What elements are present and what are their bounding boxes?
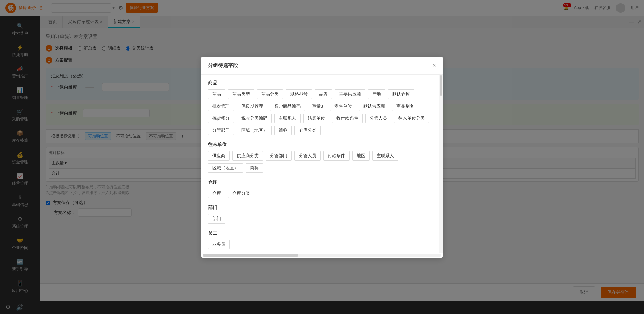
field-tag-简称[interactable]: 简称: [246, 163, 263, 173]
field-tag-仓库分类[interactable]: 仓库分类: [294, 126, 321, 135]
field-tag-仓库分类[interactable]: 仓库分类: [228, 189, 254, 198]
field-tag-税收分类编码[interactable]: 税收分类编码: [237, 114, 272, 123]
modal-scroll-content: 商品商品商品类型商品分类规格型号品牌主要供应商产地默认仓库批次管理保质期管理客户…: [201, 75, 439, 253]
field-tag-区域（地区）[interactable]: 区域（地区）: [237, 126, 272, 135]
field-tag-地区[interactable]: 地区: [352, 151, 370, 161]
field-tag-分管人员[interactable]: 分管人员: [294, 151, 321, 161]
field-tag-供应商[interactable]: 供应商: [208, 151, 230, 161]
field-tags: 供应商供应商分类分管部门分管人员付款条件地区主联系人区域（地区）简称: [208, 151, 432, 173]
modal-close-button[interactable]: ×: [432, 62, 436, 69]
field-tag-批次管理[interactable]: 批次管理: [208, 102, 234, 111]
field-group-title: 往来单位: [208, 142, 432, 148]
horizontal-scrollbar[interactable]: [203, 254, 441, 257]
field-tag-默认仓库[interactable]: 默认仓库: [388, 89, 414, 99]
modal-scrollbar[interactable]: [439, 75, 443, 253]
field-tag-往来单位分类[interactable]: 往来单位分类: [394, 114, 429, 123]
field-tag-分管部门[interactable]: 分管部门: [208, 126, 234, 135]
field-tag-默认供应商[interactable]: 默认供应商: [359, 102, 389, 111]
field-tag-部门[interactable]: 部门: [208, 214, 225, 224]
field-tag-简称[interactable]: 简称: [274, 126, 292, 135]
field-tag-业务员[interactable]: 业务员: [208, 240, 230, 249]
field-tag-产地[interactable]: 产地: [368, 89, 385, 99]
field-tag-主联系人[interactable]: 主联系人: [372, 151, 398, 161]
field-group-部门: 部门部门: [208, 205, 432, 224]
field-group-商品: 商品商品商品类型商品分类规格型号品牌主要供应商产地默认仓库批次管理保质期管理客户…: [208, 80, 432, 135]
modal-title: 分组待选字段: [208, 62, 238, 69]
field-tags: 仓库仓库分类: [208, 189, 432, 198]
field-tag-客户商品编码[interactable]: 客户商品编码: [270, 102, 305, 111]
field-group-员工: 员工业务员: [208, 230, 432, 249]
modal-footer-scroll: [201, 253, 443, 258]
field-tag-分管部门[interactable]: 分管部门: [266, 151, 292, 161]
field-tag-仓库[interactable]: 仓库: [208, 189, 225, 198]
field-tag-规格型号[interactable]: 规格型号: [286, 89, 312, 99]
field-group-title: 部门: [208, 205, 432, 211]
field-group-往来单位: 往来单位供应商供应商分类分管部门分管人员付款条件地区主联系人区域（地区）简称: [208, 142, 432, 173]
field-tag-主要供应商[interactable]: 主要供应商: [335, 89, 365, 99]
field-tag-收付款条件[interactable]: 收付款条件: [332, 114, 363, 123]
field-tags: 业务员: [208, 240, 432, 249]
field-select-modal: 分组待选字段 × 商品商品商品类型商品分类规格型号品牌主要供应商产地默认仓库批次…: [201, 57, 443, 258]
field-tags: 商品商品类型商品分类规格型号品牌主要供应商产地默认仓库批次管理保质期管理客户商品…: [208, 89, 432, 135]
field-tag-付款条件[interactable]: 付款条件: [323, 151, 350, 161]
field-tag-商品类型[interactable]: 商品类型: [228, 89, 254, 99]
modal-scroll-container: 商品商品商品类型商品分类规格型号品牌主要供应商产地默认仓库批次管理保质期管理客户…: [201, 75, 443, 253]
field-tag-区域（地区）[interactable]: 区域（地区）: [208, 163, 243, 173]
field-tag-商品别名[interactable]: 商品别名: [392, 102, 418, 111]
field-tag-品牌[interactable]: 品牌: [315, 89, 332, 99]
horizontal-scrollbar-thumb: [203, 254, 298, 257]
field-group-title: 仓库: [208, 179, 432, 185]
field-tag-商品[interactable]: 商品: [208, 89, 225, 99]
field-group-仓库: 仓库仓库仓库分类: [208, 179, 432, 198]
field-tags: 部门: [208, 214, 432, 224]
field-tag-结算单位[interactable]: 结算单位: [303, 114, 329, 123]
field-tag-分管人员[interactable]: 分管人员: [365, 114, 391, 123]
field-group-title: 员工: [208, 230, 432, 236]
modal-header: 分组待选字段 ×: [201, 57, 443, 75]
field-tag-供应商分类[interactable]: 供应商分类: [232, 151, 263, 161]
field-tag-主联系人[interactable]: 主联系人: [274, 114, 301, 123]
modal-scrollbar-thumb: [440, 75, 442, 96]
field-tag-零售单位[interactable]: 零售单位: [330, 102, 356, 111]
modal-overlay: 分组待选字段 × 商品商品商品类型商品分类规格型号品牌主要供应商产地默认仓库批次…: [0, 0, 644, 314]
field-tag-重量3[interactable]: 重量3: [308, 102, 327, 111]
field-group-title: 商品: [208, 80, 432, 86]
field-tag-拣货积分[interactable]: 拣货积分: [208, 114, 234, 123]
field-tag-保质期管理[interactable]: 保质期管理: [237, 102, 267, 111]
field-tag-商品分类[interactable]: 商品分类: [257, 89, 283, 99]
